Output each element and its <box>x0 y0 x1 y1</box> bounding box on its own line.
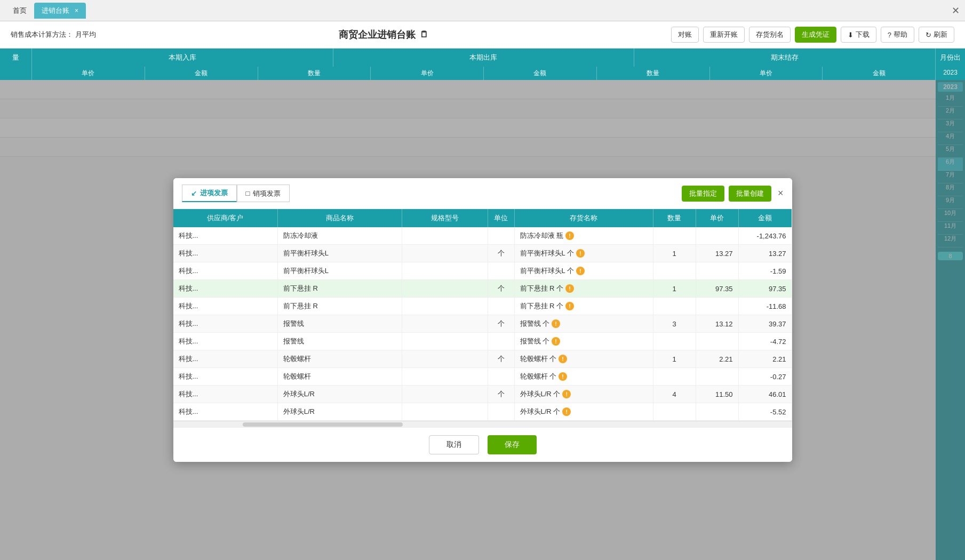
cell-spec <box>402 227 488 245</box>
cell-unit: 个 <box>488 315 514 333</box>
cell-unit-price <box>696 403 738 421</box>
batch-assign-button[interactable]: 批量指定 <box>682 186 724 202</box>
cell-inventory: 防冻冷却液 瓶! <box>514 227 653 245</box>
cell-product-name: 报警线 <box>277 315 402 333</box>
cell-product-name: 前平衡杆球头L <box>277 245 402 262</box>
scrollbar-thumb[interactable] <box>243 422 403 427</box>
cell-amount: -1.59 <box>738 262 792 280</box>
bg-inbound-label: 本期入库 <box>32 49 333 67</box>
cell-unit <box>488 368 514 386</box>
cell-qty <box>653 333 696 350</box>
cell-amount: 39.37 <box>738 315 792 333</box>
cell-unit <box>488 227 514 245</box>
cell-qty <box>653 298 696 315</box>
cell-product-name: 报警线 <box>277 333 402 350</box>
tab-ledger[interactable]: 进销台账 × <box>34 3 86 19</box>
cell-amount: -4.72 <box>738 333 792 350</box>
cell-spec <box>402 245 488 262</box>
cell-amount: 13.27 <box>738 245 792 262</box>
cost-method: 销售成本计算方法： 月平均 <box>11 30 96 39</box>
tab-bar: 首页 进销台账 × ✕ <box>0 0 965 21</box>
cell-spec <box>402 333 488 350</box>
help-icon: ? <box>888 31 891 39</box>
sub-amount-end: 金额 <box>823 67 936 80</box>
warning-icon: ! <box>576 249 585 258</box>
cell-unit: 个 <box>488 245 514 262</box>
tab-close-icon[interactable]: × <box>75 7 78 14</box>
warning-icon: ! <box>559 372 567 381</box>
download-button[interactable]: ⬇ 下载 <box>841 27 876 43</box>
inventory-name-text: 外球头L/R 个 <box>520 407 561 415</box>
toolbar-buttons: 对账 重新开账 存货别名 生成凭证 ⬇ 下载 ? 帮助 ↻ 刷新 <box>671 27 954 43</box>
save-button[interactable]: 保存 <box>488 435 537 454</box>
cell-spec <box>402 350 488 368</box>
cell-supplier: 科技... <box>173 227 278 245</box>
warning-icon: ! <box>562 407 571 416</box>
cell-unit: 个 <box>488 280 514 298</box>
cell-inventory: 外球头L/R 个! <box>514 386 653 403</box>
cell-supplier: 科技... <box>173 262 278 280</box>
cell-unit-price: 13.27 <box>696 245 738 262</box>
tab-home[interactable]: 首页 <box>5 3 34 19</box>
inventory-name-text: 前下悬挂 R 个 <box>520 302 564 310</box>
tab-incoming-label: 进项发票 <box>200 188 228 198</box>
side-panel-header: 月份出 <box>936 49 965 67</box>
cell-qty: 1 <box>653 280 696 298</box>
table-row: 科技...轮毂螺杆轮毂螺杆 个!-0.27 <box>173 368 792 386</box>
main-area: 销售成本计算方法： 月平均 商贸企业进销台账 🗒 对账 重新开账 存货别名 生成… <box>0 21 965 560</box>
cancel-button[interactable]: 取消 <box>429 435 479 454</box>
cell-qty <box>653 227 696 245</box>
cell-product-name: 轮毂螺杆 <box>277 368 402 386</box>
modal-table-container[interactable]: 供应商/客户 商品名称 规格型号 单位 存货名称 数量 单价 金额 科 <box>173 209 792 427</box>
side-year: 2023 <box>936 67 965 80</box>
bg-table-section-header: 量 本期入库 本期出库 期末结存 月份出 <box>0 49 965 67</box>
cell-unit-price: 97.35 <box>696 280 738 298</box>
reconcile-button[interactable]: 对账 <box>671 27 699 43</box>
table-header-row: 供应商/客户 商品名称 规格型号 单位 存货名称 数量 单价 金额 <box>173 209 792 227</box>
tab-outgoing-invoice[interactable]: □ 销项发票 <box>237 185 290 202</box>
cell-unit-price: 11.50 <box>696 386 738 403</box>
cell-product-name: 外球头L/R <box>277 386 402 403</box>
window-close-icon[interactable]: ✕ <box>952 5 960 17</box>
refresh-button[interactable]: ↻ 刷新 <box>919 27 954 43</box>
tab-incoming-invoice[interactable]: ↙ 进项发票 <box>182 185 237 202</box>
warning-icon: ! <box>565 284 574 293</box>
cell-supplier: 科技... <box>173 350 278 368</box>
cell-qty: 1 <box>653 245 696 262</box>
modal-close-button[interactable]: × <box>778 188 784 199</box>
inventory-name-text: 前平衡杆球头L 个 <box>520 249 574 257</box>
table-row: 科技...前下悬挂 R个前下悬挂 R 个!197.3597.35 <box>173 280 792 298</box>
cell-qty <box>653 368 696 386</box>
cell-unit: 个 <box>488 386 514 403</box>
inventory-name-text: 防冻冷却液 瓶 <box>520 231 564 239</box>
table-row: 科技...前下悬挂 R前下悬挂 R 个!-11.68 <box>173 298 792 315</box>
inventory-name-text: 报警线 个 <box>520 319 550 327</box>
cell-qty <box>653 403 696 421</box>
table-row: 科技...轮毂螺杆个轮毂螺杆 个!12.212.21 <box>173 350 792 368</box>
refresh-icon: ↻ <box>926 31 931 39</box>
cost-method-label: 销售成本计算方法： <box>11 30 73 38</box>
warning-icon: ! <box>565 231 574 240</box>
cell-inventory: 轮毂螺杆 个! <box>514 350 653 368</box>
sub-qty-out: 数量 <box>258 67 371 80</box>
cell-inventory: 前下悬挂 R 个! <box>514 280 653 298</box>
cell-supplier: 科技... <box>173 386 278 403</box>
save-alias-button[interactable]: 存货别名 <box>749 27 791 43</box>
cell-product-name: 前下悬挂 R <box>277 298 402 315</box>
generate-voucher-button[interactable]: 生成凭证 <box>795 27 836 43</box>
table-row: 科技...报警线个报警线 个!313.1239.37 <box>173 315 792 333</box>
cell-unit <box>488 403 514 421</box>
sub-unit-price-end: 单价 <box>710 67 823 80</box>
cell-amount: 46.01 <box>738 386 792 403</box>
warning-icon: ! <box>565 302 574 310</box>
reopen-button[interactable]: 重新开账 <box>703 27 745 43</box>
inventory-name-text: 轮毂螺杆 个 <box>520 372 557 380</box>
th-product-name: 商品名称 <box>277 209 402 227</box>
sub-amount-in: 金额 <box>145 67 258 80</box>
incoming-invoice-icon: ↙ <box>191 189 197 197</box>
horizontal-scrollbar[interactable] <box>173 421 792 427</box>
header-toolbar: 销售成本计算方法： 月平均 商贸企业进销台账 🗒 对账 重新开账 存货别名 生成… <box>0 21 965 49</box>
help-button[interactable]: ? 帮助 <box>881 27 914 43</box>
bg-sub-header: 单价 金额 数量 单价 金额 数量 单价 金额 2023 <box>0 67 965 80</box>
batch-create-button[interactable]: 批量创建 <box>729 186 771 202</box>
